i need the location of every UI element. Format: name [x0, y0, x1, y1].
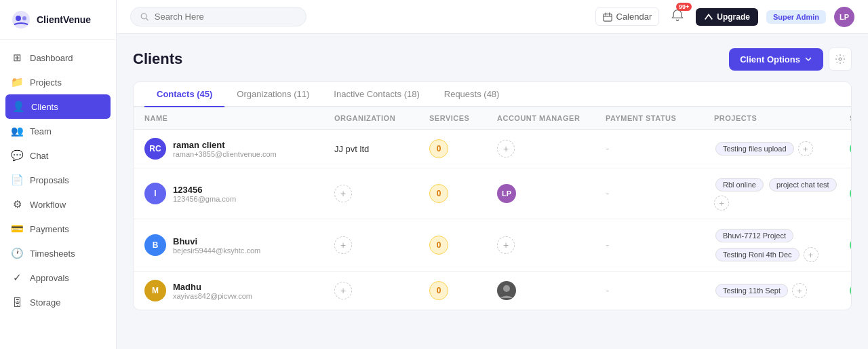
- services-badge: 0: [429, 139, 448, 158]
- add-org-button[interactable]: +: [334, 236, 352, 254]
- nav: ⊞ Dashboard 📁 Projects 👤 Clients 👥 Team …: [0, 40, 116, 349]
- status-toggle[interactable]: [850, 238, 852, 252]
- sidebar-item-dashboard[interactable]: ⊞ Dashboard: [0, 45, 116, 70]
- svg-line-4: [146, 18, 148, 20]
- storage-icon: 🗄: [11, 296, 23, 308]
- status-toggle[interactable]: [850, 142, 852, 155]
- avatar: B: [144, 234, 166, 256]
- sidebar-item-payments[interactable]: 💳 Payments: [0, 217, 116, 241]
- calendar-icon: [603, 12, 612, 22]
- organization: +: [334, 185, 429, 202]
- toggle-on[interactable]: [850, 238, 852, 252]
- add-org-button[interactable]: +: [334, 282, 352, 299]
- project-tag[interactable]: Testing files upload: [715, 142, 794, 155]
- tab-requests[interactable]: Requests (48): [432, 82, 512, 107]
- sidebar-item-approvals[interactable]: ✓ Approvals: [0, 265, 116, 290]
- notification-button[interactable]: 99+: [667, 5, 688, 29]
- calendar-button[interactable]: Calendar: [595, 7, 660, 26]
- client-name: Bhuvi: [173, 236, 260, 246]
- services-badge: 0: [429, 281, 448, 300]
- timesheets-icon: 🕐: [11, 247, 23, 259]
- project-tag[interactable]: project chat test: [769, 178, 837, 191]
- col-account-manager: ACCOUNT MANAGER: [497, 114, 606, 122]
- project-tag[interactable]: Testing 11th Sept: [715, 284, 788, 297]
- sidebar-item-team[interactable]: 👥 Team: [0, 119, 116, 143]
- services-cell: 0: [429, 139, 497, 158]
- svg-point-0: [12, 11, 30, 29]
- sidebar-item-clients[interactable]: 👤 Clients: [5, 94, 111, 119]
- organization: +: [334, 282, 429, 299]
- account-manager-cell: LP: [497, 184, 606, 203]
- sidebar-item-timesheets[interactable]: 🕐 Timesheets: [0, 241, 116, 265]
- project-tag[interactable]: Bhuvi-7712 Project: [715, 229, 793, 242]
- tab-inactive-contacts[interactable]: Inactive Contacts (18): [321, 82, 431, 107]
- table-row: B Bhuvi bejesir59444@ksyhtc.com + 0 + -: [134, 219, 851, 272]
- table-row: M Madhu xayivas842@picvw.com + 0: [134, 272, 851, 310]
- client-info: M Madhu xayivas842@picvw.com: [144, 280, 334, 301]
- avatar[interactable]: LP: [834, 7, 854, 27]
- upgrade-button[interactable]: Upgrade: [696, 8, 758, 26]
- sidebar-item-label: Clients: [31, 102, 58, 112]
- status-toggle[interactable]: [850, 284, 852, 297]
- svg-point-2: [22, 16, 26, 20]
- sidebar-item-proposals[interactable]: 📄 Proposals: [0, 168, 116, 192]
- clients-icon: 👤: [12, 100, 24, 113]
- sidebar-item-chat[interactable]: 💬 Chat: [0, 143, 116, 168]
- chat-icon: 💬: [11, 149, 23, 162]
- calendar-label: Calendar: [616, 12, 652, 22]
- client-info: RC raman client raman+3855@clientvenue.c…: [144, 138, 334, 160]
- sidebar-item-label: Dashboard: [30, 53, 73, 63]
- upgrade-icon: [704, 12, 713, 22]
- account-manager-cell: +: [497, 140, 606, 158]
- projects-icon: 📁: [11, 76, 23, 88]
- organization: JJ pvt ltd: [334, 144, 429, 154]
- sidebar-item-label: Team: [30, 126, 52, 136]
- status-toggle[interactable]: [850, 187, 852, 200]
- sidebar-item-label: Chat: [30, 151, 48, 161]
- add-project-button[interactable]: +: [798, 141, 813, 156]
- add-project-button[interactable]: +: [804, 247, 818, 262]
- toggle-on[interactable]: [850, 284, 852, 297]
- workflow-icon: ⚙: [11, 198, 23, 210]
- projects-cell: Bhuvi-7712 Project Testing Roni 4th Dec …: [714, 227, 850, 263]
- sidebar-item-label: Timesheets: [30, 249, 75, 259]
- search-box[interactable]: [130, 7, 307, 26]
- tab-organizations[interactable]: Organizations (11): [224, 82, 321, 107]
- svg-point-10: [503, 285, 510, 292]
- project-tag[interactable]: Testing Roni 4th Dec: [715, 248, 800, 261]
- search-input[interactable]: [155, 12, 296, 22]
- sidebar-item-label: Proposals: [30, 175, 69, 185]
- add-project-button[interactable]: +: [714, 196, 729, 210]
- tab-contacts[interactable]: Contacts (45): [144, 82, 224, 107]
- table-row: I 123456 123456@gma.com + 0 LP - R: [134, 168, 851, 219]
- add-project-button[interactable]: +: [792, 283, 807, 298]
- project-tag[interactable]: Rbl online: [715, 178, 764, 191]
- col-name: NAME: [144, 114, 334, 122]
- client-name: Madhu: [173, 282, 252, 292]
- logo[interactable]: ClientVenue: [0, 0, 116, 40]
- chevron-down-icon: [804, 55, 812, 63]
- client-info: I 123456 123456@gma.com: [144, 183, 334, 204]
- payment-status: -: [606, 239, 714, 251]
- sidebar-item-label: Approvals: [30, 273, 69, 283]
- team-icon: 👥: [11, 125, 23, 137]
- client-name: raman client: [173, 140, 277, 150]
- sidebar-item-workflow[interactable]: ⚙ Workflow: [0, 192, 116, 217]
- table-header: NAME ORGANIZATION SERVICES ACCOUNT MANAG…: [134, 107, 851, 130]
- add-org-button[interactable]: +: [334, 185, 352, 202]
- organization: +: [334, 236, 429, 254]
- svg-point-1: [16, 16, 21, 21]
- logo-icon: [11, 10, 31, 30]
- settings-button[interactable]: [829, 48, 852, 71]
- toggle-on[interactable]: [850, 142, 852, 155]
- sidebar-item-storage[interactable]: 🗄 Storage: [0, 290, 116, 314]
- sidebar-item-projects[interactable]: 📁 Projects: [0, 70, 116, 94]
- col-services: SERVICES: [429, 114, 497, 122]
- header: Calendar 99+ Upgrade Super Admin LP: [117, 0, 868, 34]
- add-account-manager-button[interactable]: +: [497, 140, 515, 158]
- client-name: 123456: [173, 185, 236, 195]
- services-cell: 0: [429, 281, 497, 300]
- add-account-manager-button[interactable]: +: [497, 236, 515, 254]
- client-options-button[interactable]: Client Options: [729, 48, 823, 71]
- toggle-on[interactable]: [850, 187, 852, 200]
